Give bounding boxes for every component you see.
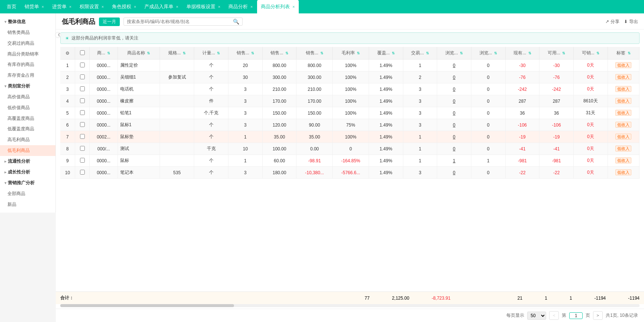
col-sales-price[interactable]: 销售... ⇅ bbox=[262, 47, 297, 60]
nav-goods-analysis-close[interactable]: × bbox=[250, 4, 253, 9]
row-checkbox[interactable] bbox=[75, 83, 90, 95]
row-browse1[interactable]: 0 bbox=[437, 71, 471, 83]
sidebar-item-capital[interactable]: 库存资金占用 bbox=[0, 70, 55, 81]
col-sales-count[interactable]: 销售... ⇅ bbox=[228, 47, 263, 60]
col-code[interactable]: 商... ⇅ bbox=[90, 47, 118, 60]
sidebar-item-low-coverage[interactable]: 低覆盖度商品 bbox=[0, 124, 55, 134]
nav-goods-analysis[interactable]: 商品分析 × bbox=[225, 0, 256, 13]
nav-template-close[interactable]: × bbox=[218, 4, 220, 9]
sidebar-item-high-coverage[interactable]: 高覆盖度商品 bbox=[0, 113, 55, 124]
row-browse1[interactable]: 0 bbox=[437, 107, 471, 119]
sidebar-group-growth[interactable]: ▸ 成长性分析 bbox=[0, 167, 55, 178]
nav-role[interactable]: 角色授权 × bbox=[108, 0, 140, 13]
sidebar-item-in-stock[interactable]: 有库存的商品 bbox=[0, 59, 55, 70]
sidebar-group-flow[interactable]: ▸ 流通性分析 bbox=[0, 156, 55, 167]
select-all-checkbox[interactable] bbox=[80, 50, 85, 55]
row-browse1[interactable]: 1 bbox=[437, 155, 471, 167]
row-select-checkbox[interactable] bbox=[80, 98, 85, 103]
row-checkbox[interactable] bbox=[75, 143, 90, 155]
col-browse2[interactable]: 浏览... ⇅ bbox=[471, 47, 506, 60]
prev-page-button[interactable]: ＜ bbox=[549, 311, 559, 320]
nav-permission[interactable]: 权限设置 × bbox=[76, 0, 108, 13]
nav-product-stock-close[interactable]: × bbox=[176, 4, 178, 9]
col-settings[interactable]: ⚙ bbox=[60, 47, 75, 60]
scroll-bar[interactable] bbox=[60, 304, 640, 307]
row-browse1[interactable]: 0 bbox=[437, 83, 471, 95]
col-unit[interactable]: 计量... ⇅ bbox=[194, 47, 228, 60]
col-spec[interactable]: 规格... ⇅ bbox=[160, 47, 194, 60]
nav-goods-analysis-list-close[interactable]: × bbox=[292, 4, 295, 9]
row-code: 0000... bbox=[90, 60, 118, 71]
row-checkbox[interactable] bbox=[75, 95, 90, 107]
row-select-checkbox[interactable] bbox=[80, 170, 85, 175]
sidebar-item-category-rate[interactable]: 商品分类助销率 bbox=[0, 49, 55, 60]
row-checkbox[interactable] bbox=[75, 167, 90, 179]
sidebar-item-traded-goods[interactable]: 交易过的商品 bbox=[0, 38, 55, 49]
row-checkbox[interactable] bbox=[75, 131, 90, 143]
row-select-checkbox[interactable] bbox=[80, 122, 85, 127]
col-gross-rate[interactable]: 毛利率 ⇅ bbox=[333, 47, 369, 60]
sidebar-item-high-profit[interactable]: 高毛利商品 bbox=[0, 134, 55, 145]
row-select-checkbox[interactable] bbox=[80, 146, 85, 151]
col-trade[interactable]: 交易... ⇅ bbox=[403, 47, 437, 60]
row-select-checkbox[interactable] bbox=[80, 110, 85, 115]
col-name[interactable]: 商品名称 ⇅ bbox=[118, 47, 160, 60]
page-number-input[interactable] bbox=[569, 312, 583, 319]
per-page-select[interactable]: 50 100 200 bbox=[527, 312, 546, 320]
next-page-button[interactable]: ＞ bbox=[593, 311, 603, 320]
row-browse1[interactable]: 0 bbox=[437, 95, 471, 107]
nav-product-stock[interactable]: 产成品入库单 × bbox=[141, 0, 182, 13]
row-available: -106 bbox=[539, 119, 574, 131]
export-button[interactable]: ⬇ 导出 bbox=[624, 19, 638, 25]
col-tag[interactable]: 标签 ⇅ bbox=[608, 47, 639, 60]
row-checkbox[interactable] bbox=[75, 71, 90, 83]
row-select-checkbox[interactable] bbox=[80, 158, 85, 163]
row-select-checkbox[interactable] bbox=[80, 63, 85, 67]
col-available[interactable]: 可用... ⇅ bbox=[539, 47, 574, 60]
row-select-checkbox[interactable] bbox=[80, 74, 85, 79]
row-browse2: 0 bbox=[471, 60, 506, 71]
row-checkbox[interactable] bbox=[75, 60, 90, 71]
sidebar-item-all-goods[interactable]: 全部商品 bbox=[0, 188, 55, 199]
time-filter-button[interactable]: 近一月 bbox=[99, 17, 120, 26]
col-sales-amount[interactable]: 销售... ⇅ bbox=[297, 47, 333, 60]
nav-template[interactable]: 单据模板设置 × bbox=[183, 0, 224, 13]
col-coverage[interactable]: 覆盖... ⇅ bbox=[369, 47, 403, 60]
row-select-checkbox[interactable] bbox=[80, 86, 85, 91]
sidebar-group-overall[interactable]: ▾ 整体信息 bbox=[0, 16, 55, 27]
sidebar-item-sales-goods[interactable]: 销售类商品 bbox=[0, 27, 55, 38]
row-checkbox[interactable] bbox=[75, 119, 90, 131]
row-select-checkbox[interactable] bbox=[80, 134, 85, 139]
nav-permission-close[interactable]: × bbox=[102, 4, 104, 9]
sidebar-group-category[interactable]: ▾ 类别室分析 bbox=[0, 81, 55, 92]
sidebar-collapse-button[interactable]: 《 bbox=[55, 32, 61, 38]
sidebar-group-marketing[interactable]: ▾ 营销推广分析 bbox=[0, 178, 55, 188]
nav-sales-close[interactable]: × bbox=[42, 4, 44, 9]
sidebar-item-high-value[interactable]: 高价值商品 bbox=[0, 92, 55, 102]
share-button[interactable]: ↗ 分享 bbox=[605, 19, 619, 25]
nav-home[interactable]: 首页 bbox=[3, 0, 20, 13]
row-checkbox[interactable] bbox=[75, 107, 90, 119]
nav-sales[interactable]: 销货单 × bbox=[21, 0, 48, 13]
search-icon[interactable]: 🔍 bbox=[233, 19, 239, 25]
row-browse1[interactable]: 0 bbox=[437, 131, 471, 143]
nav-goods-analysis-list[interactable]: 商品分析列表 × bbox=[257, 0, 298, 13]
col-browse1[interactable]: 浏览... ⇅ bbox=[437, 47, 471, 60]
nav-purchase[interactable]: 进货单 × bbox=[48, 0, 75, 13]
row-browse1[interactable]: 0 bbox=[437, 119, 471, 131]
scroll-bar-thumb[interactable] bbox=[60, 304, 234, 307]
sidebar-item-new-goods[interactable]: 新品 bbox=[0, 199, 55, 210]
search-input[interactable] bbox=[127, 19, 233, 24]
row-checkbox[interactable] bbox=[75, 155, 90, 167]
nav-role-close[interactable]: × bbox=[134, 4, 136, 9]
col-saleable[interactable]: 可销... ⇅ bbox=[574, 47, 608, 60]
row-browse1[interactable]: 0 bbox=[437, 167, 471, 179]
row-browse1[interactable]: 0 bbox=[437, 143, 471, 155]
sidebar-item-low-value[interactable]: 低价值商品 bbox=[0, 102, 55, 113]
sidebar-item-low-profit[interactable]: 低毛利商品 bbox=[0, 145, 55, 156]
row-browse1[interactable]: 0 bbox=[437, 60, 471, 71]
nav-purchase-close[interactable]: × bbox=[69, 4, 71, 9]
col-checkbox[interactable] bbox=[75, 47, 90, 60]
col-current[interactable]: 现有... ⇅ bbox=[505, 47, 539, 60]
row-available: -30 bbox=[539, 60, 574, 71]
